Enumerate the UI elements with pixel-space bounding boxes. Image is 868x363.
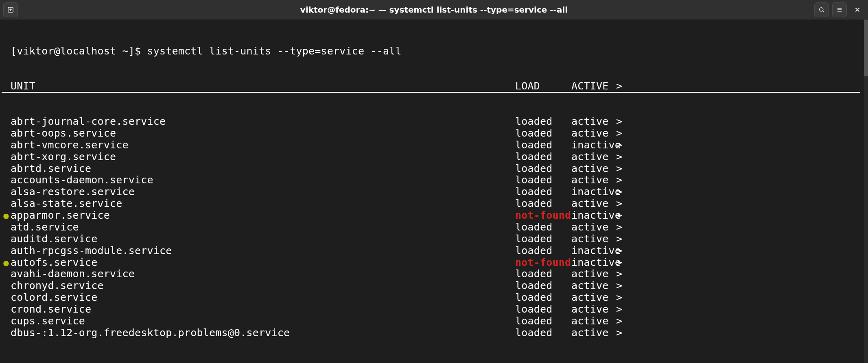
prompt: [viktor@localhost ~]$ [11, 46, 147, 57]
unit-name: avahi-daemon.service [11, 268, 515, 280]
terminal-output[interactable]: [viktor@localhost ~]$ systemctl list-uni… [0, 20, 868, 353]
service-row: abrtd.serviceloadedactive> [2, 163, 864, 175]
unit-name: auth-rpcgss-module.service [11, 245, 515, 257]
trail-gt: > [616, 80, 622, 92]
load-status: loaded [515, 245, 571, 257]
unit-name: atd.service [11, 222, 515, 233]
service-row: abrt-vmcore.serviceloadedinactive> [2, 139, 864, 151]
svg-line-4 [823, 11, 824, 12]
service-row: chronyd.serviceloadedactive> [2, 280, 864, 292]
load-status: loaded [515, 280, 571, 292]
active-status: active [571, 315, 616, 327]
unit-name: abrt-oops.service [11, 128, 515, 139]
trail-gt: > [616, 292, 622, 304]
load-status: loaded [515, 304, 571, 315]
titlebar: viktor@fedora:~ — systemctl list-units -… [0, 0, 868, 20]
search-button[interactable] [814, 2, 829, 17]
col-unit: UNIT [11, 80, 515, 92]
trail-gt: > [616, 304, 622, 315]
unit-name: colord.service [11, 292, 515, 304]
load-status: loaded [515, 151, 571, 163]
service-row: auditd.serviceloadedactive> [2, 233, 864, 245]
active-status: active [571, 174, 616, 186]
service-row: ●autofs.servicenot-foundinactive> [2, 257, 864, 269]
load-status: loaded [515, 268, 571, 280]
trail-gt: > [616, 186, 622, 198]
load-status: loaded [515, 222, 571, 233]
window-title: viktor@fedora:~ — systemctl list-units -… [300, 5, 568, 15]
trail-gt: > [616, 128, 622, 139]
active-status: inactive [571, 257, 616, 269]
scrollbar-thumb[interactable] [864, 20, 868, 76]
service-row: abrt-xorg.serviceloadedactive> [2, 151, 864, 163]
trail-gt: > [616, 327, 622, 339]
svg-point-3 [820, 8, 823, 11]
trail-gt: > [616, 116, 622, 128]
unit-name: dbus-:1.12-org.freedesktop.problems@0.se… [11, 327, 515, 339]
active-status: active [571, 116, 616, 128]
load-status: not-found [515, 210, 571, 222]
unit-name: autofs.service [11, 257, 515, 269]
close-button[interactable] [850, 2, 865, 17]
active-status: active [571, 327, 616, 339]
active-status: inactive [571, 210, 616, 222]
trail-gt: > [616, 222, 622, 233]
scrollbar[interactable] [864, 20, 868, 363]
trail-gt: > [616, 257, 622, 269]
load-status: loaded [515, 198, 571, 210]
service-row: cups.serviceloadedactive> [2, 315, 864, 327]
trail-gt: > [616, 198, 622, 210]
prompt-line: [viktor@localhost ~]$ systemctl list-uni… [2, 46, 864, 57]
col-load: LOAD [515, 80, 571, 92]
load-status: loaded [515, 292, 571, 304]
active-status: inactive [571, 245, 616, 257]
service-row: ●apparmor.servicenot-foundinactive> [2, 210, 864, 222]
unit-name: abrt-vmcore.service [11, 139, 515, 151]
unit-name: abrt-journal-core.service [11, 116, 515, 128]
service-row: abrt-oops.serviceloadedactive> [2, 128, 864, 139]
service-row: crond.serviceloadedactive> [2, 304, 864, 315]
unit-name: abrt-xorg.service [11, 151, 515, 163]
trail-gt: > [616, 139, 622, 151]
trail-gt: > [616, 210, 622, 222]
load-status: loaded [515, 139, 571, 151]
active-status: active [571, 233, 616, 245]
service-row: colord.serviceloadedactive> [2, 292, 864, 304]
service-row: avahi-daemon.serviceloadedactive> [2, 268, 864, 280]
trail-gt: > [616, 163, 622, 175]
load-status: not-found [515, 257, 571, 269]
service-row: alsa-restore.serviceloadedinactive> [2, 186, 864, 198]
trail-gt: > [616, 315, 622, 327]
load-status: loaded [515, 327, 571, 339]
active-status: active [571, 128, 616, 139]
unit-name: auditd.service [11, 233, 515, 245]
unit-name: cups.service [11, 315, 515, 327]
trail-gt: > [616, 151, 622, 163]
active-status: active [571, 304, 616, 315]
service-row: abrt-journal-core.serviceloadedactive> [2, 116, 864, 128]
service-row: dbus-:1.12-org.freedesktop.problems@0.se… [2, 327, 864, 339]
load-status: loaded [515, 128, 571, 139]
service-row: auth-rpcgss-module.serviceloadedinactive… [2, 245, 864, 257]
new-tab-button[interactable] [3, 2, 18, 17]
service-row: atd.serviceloadedactive> [2, 222, 864, 233]
active-status: inactive [571, 186, 616, 198]
header-underline [2, 92, 860, 93]
active-status: active [571, 222, 616, 233]
load-status: loaded [515, 315, 571, 327]
menu-button[interactable] [832, 2, 847, 17]
unit-name: alsa-restore.service [11, 186, 515, 198]
unit-name: abrtd.service [11, 163, 515, 175]
active-status: active [571, 198, 616, 210]
active-status: active [571, 280, 616, 292]
load-status: loaded [515, 163, 571, 175]
load-status: loaded [515, 174, 571, 186]
trail-gt: > [616, 245, 622, 257]
load-status: loaded [515, 233, 571, 245]
active-status: active [571, 292, 616, 304]
active-status: active [571, 163, 616, 175]
trail-gt: > [616, 268, 622, 280]
unit-name: chronyd.service [11, 280, 515, 292]
trail-gt: > [616, 280, 622, 292]
status-bullet-icon: ● [2, 211, 11, 221]
